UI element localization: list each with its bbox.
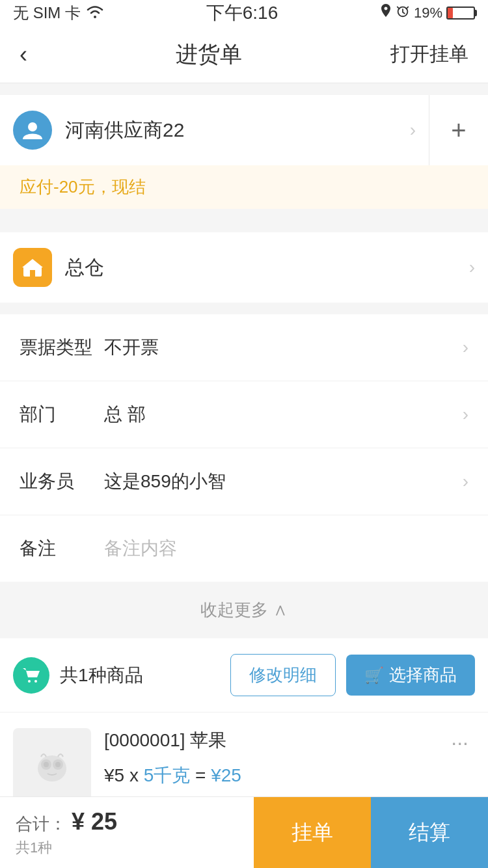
remark-label: 备注	[20, 536, 104, 561]
dept-value: 总 部	[104, 402, 456, 427]
dept-label: 部门	[20, 402, 104, 427]
status-bar: 无 SIM 卡 下午6:16 19%	[0, 0, 488, 26]
select-product-button[interactable]: 🛒 选择商品	[346, 655, 475, 696]
product-section: 共1种商品 修改明细 🛒 选择商品	[0, 638, 488, 822]
product-more-button[interactable]: ···	[444, 728, 475, 757]
product-price-row: ¥5 x 5千克 = ¥25	[104, 763, 444, 788]
sales-value: 这是859的小智	[104, 469, 456, 494]
warehouse-name: 总仓	[65, 254, 463, 281]
product-code: [0000001]	[104, 730, 185, 750]
sales-label: 业务员	[20, 469, 104, 494]
footer-total: 合计： ¥ 25 共1种	[0, 797, 254, 868]
collapse-bar[interactable]: 收起更多 ∧	[0, 583, 488, 637]
footer: 合计： ¥ 25 共1种 挂单 结算	[0, 796, 488, 868]
invoice-value: 不开票	[104, 335, 456, 360]
total-label: 合计：	[16, 813, 66, 835]
checkout-button[interactable]: 结算	[371, 797, 488, 868]
carrier-label: 无 SIM 卡	[13, 3, 81, 23]
product-header: 共1种商品 修改明细 🛒 选择商品	[0, 638, 488, 712]
form-section: 票据类型 不开票 › 部门 总 部 › 业务员 这是859的小智 › 备注 备注…	[0, 314, 488, 582]
svg-point-6	[38, 755, 66, 781]
product-quantity: 5千克	[144, 765, 191, 785]
notice-banner: 应付-20元，现结	[0, 165, 488, 209]
battery-icon	[446, 7, 475, 20]
remark-input[interactable]: 备注内容	[104, 536, 468, 561]
section-gap-1	[0, 83, 488, 95]
product-name: [0000001] 苹果	[104, 728, 444, 753]
total-amount: ¥ 25	[72, 808, 117, 835]
cart-small-icon: 🛒	[364, 666, 384, 685]
invoice-type-row[interactable]: 票据类型 不开票 ›	[0, 314, 488, 381]
warehouse-icon	[13, 248, 52, 287]
svg-rect-3	[30, 270, 35, 277]
supplier-name: 河南供应商22	[65, 117, 403, 144]
warehouse-selector[interactable]: 总仓 ›	[0, 232, 488, 303]
equals-sign: =	[195, 765, 211, 785]
page-title: 进货单	[176, 40, 242, 70]
add-supplier-button[interactable]: +	[429, 95, 488, 165]
product-unit-price: ¥5	[104, 765, 124, 785]
edit-detail-button[interactable]: 修改明细	[230, 654, 336, 696]
svg-point-9	[44, 762, 49, 767]
select-product-label: 选择商品	[389, 664, 457, 686]
supplier-selector[interactable]: 河南供应商22 ›	[0, 95, 429, 165]
location-icon	[380, 4, 392, 22]
wifi-icon	[86, 4, 104, 22]
supplier-avatar	[13, 111, 52, 150]
alarm-icon	[396, 4, 410, 22]
main-content: 河南供应商22 › + 应付-20元，现结 总仓 › 票据类型 不开票 › 部门	[0, 83, 488, 868]
chevron-right-icon: ›	[469, 257, 475, 278]
product-info: [0000001] 苹果 ¥5 x 5千克 = ¥25	[104, 728, 444, 788]
price-separator: x	[129, 765, 144, 785]
open-hang-button[interactable]: 打开挂单	[390, 41, 468, 68]
cart-icon	[13, 657, 49, 694]
svg-point-5	[34, 680, 37, 683]
total-sub: 共1种	[16, 838, 238, 858]
department-row[interactable]: 部门 总 部 ›	[0, 381, 488, 448]
back-button[interactable]: ‹	[20, 41, 27, 68]
status-time: 下午6:16	[206, 1, 278, 25]
section-gap-2	[0, 209, 488, 221]
invoice-label: 票据类型	[20, 335, 104, 360]
svg-point-4	[28, 680, 31, 683]
chevron-right-icon: ›	[463, 404, 468, 425]
nav-bar: ‹ 进货单 打开挂单	[0, 26, 488, 83]
salesperson-row[interactable]: 业务员 这是859的小智 ›	[0, 448, 488, 515]
remark-row[interactable]: 备注 备注内容	[0, 515, 488, 582]
battery-label: 19%	[414, 5, 442, 21]
supplier-section: 河南供应商22 › +	[0, 95, 488, 165]
chevron-right-icon: ›	[463, 471, 468, 492]
status-left: 无 SIM 卡	[13, 3, 104, 23]
chevron-right-icon: ›	[463, 337, 468, 358]
svg-point-10	[55, 762, 61, 767]
product-count: 共1种商品	[60, 663, 230, 688]
product-thumbnail	[13, 728, 91, 806]
product-title: 苹果	[190, 730, 226, 750]
chevron-right-icon: ›	[410, 120, 416, 141]
product-thumb-owl-icon	[29, 742, 75, 793]
hang-button[interactable]: 挂单	[254, 797, 371, 868]
svg-point-1	[28, 122, 37, 131]
product-total: ¥25	[211, 765, 241, 785]
status-right: 19%	[380, 4, 475, 22]
total-row: 合计： ¥ 25	[16, 808, 238, 835]
